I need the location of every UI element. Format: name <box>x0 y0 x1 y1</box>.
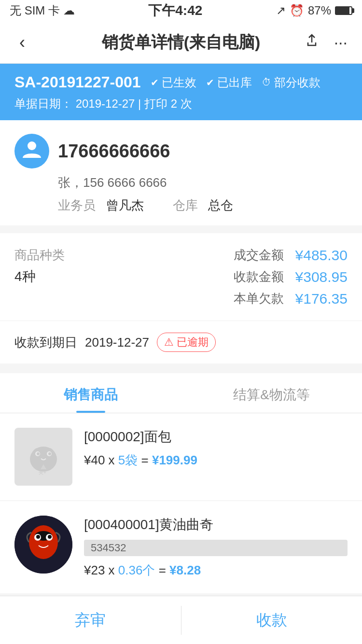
status-badge-active: ✔ 已生效 <box>151 75 196 90</box>
bottom-bar: 弃审 收款 <box>0 596 362 644</box>
svg-text:美+: 美+ <box>39 470 46 475</box>
status-time: 下午4:42 <box>148 1 202 20</box>
person-icon <box>22 139 42 164</box>
share-icon[interactable] <box>304 33 320 52</box>
due-section: 收款到期日 2019-12-27 ⚠ 已逾期 <box>0 321 362 364</box>
collected-label: 收款金额 <box>234 268 284 285</box>
product-thumb-2 <box>14 516 72 574</box>
check-icon-shipped: ✔ <box>206 77 214 88</box>
svg-point-0 <box>28 141 36 150</box>
product-info-2: [000400001]黄油曲奇 534532 ¥23 x 0.36个 = ¥8.… <box>84 516 348 579</box>
collected-amount: ¥308.95 <box>295 269 348 285</box>
clock-icon: ⏱ <box>262 77 271 88</box>
sales-label: 业务员 <box>58 198 96 212</box>
category-count: 4种 <box>14 267 65 286</box>
divider-1 <box>0 225 362 233</box>
product-card-1: 美+ [0000002]面包 ¥40 x 5袋 = ¥199.99 <box>0 413 362 500</box>
nav-actions: ··· <box>304 33 348 52</box>
confirm-button[interactable]: 收款 <box>181 596 362 644</box>
back-button[interactable]: ‹ <box>14 28 30 57</box>
order-date-row: 单据日期： 2019-12-27 | 打印 2 次 <box>14 96 348 112</box>
svg-point-11 <box>29 525 58 559</box>
deal-amount-label: 成交金额 <box>234 247 284 264</box>
order-id: SA-20191227-001 <box>14 73 141 91</box>
cancel-button[interactable]: 弃审 <box>0 596 181 644</box>
svg-point-7 <box>48 452 51 455</box>
product-price-2: ¥23 x 0.36个 = ¥8.28 <box>84 562 348 579</box>
battery-status: 87% <box>308 4 331 17</box>
deal-amount: ¥485.30 <box>295 247 348 264</box>
sales-name: 曾凡杰 <box>106 198 144 212</box>
tab-settlement[interactable]: 结算&物流等 <box>181 373 362 413</box>
sim-status: 无 SIM 卡 ☁ <box>10 3 75 18</box>
avatar <box>14 134 49 168</box>
due-date-label: 收款到期日 <box>14 334 77 351</box>
overdue-icon: ⚠ <box>164 336 174 349</box>
overdue-text: 已逾期 <box>177 335 209 350</box>
divider-2 <box>0 364 362 373</box>
customer-section: 17666666666 张，156 6666 6666 业务员 曾凡杰 仓库 总… <box>0 120 362 225</box>
svg-point-6 <box>37 452 40 455</box>
due-label: 本单欠款 <box>234 290 284 307</box>
warehouse-label: 仓库 <box>173 198 198 212</box>
page-title: 销货单详情(来自电脑) <box>102 31 261 54</box>
location-icon: ↗ <box>276 4 286 17</box>
due-date-value: 2019-12-27 <box>85 335 149 350</box>
battery-icon <box>335 6 352 15</box>
print-info: | 打印 2 次 <box>138 97 192 110</box>
products-section: 美+ [0000002]面包 ¥40 x 5袋 = ¥199.99 <box>0 413 362 593</box>
order-date: 2019-12-27 <box>76 97 135 110</box>
tabs-bar: 销售商品 结算&物流等 <box>0 373 362 413</box>
status-badge-partial: ⏱ 部分收款 <box>262 75 320 90</box>
category-label: 商品种类 <box>14 247 65 264</box>
product-thumb-1: 美+ <box>14 428 72 486</box>
check-icon-active: ✔ <box>151 77 159 88</box>
customer-meta: 业务员 曾凡杰 仓库 总仓 <box>58 197 348 214</box>
svg-point-15 <box>36 535 40 539</box>
customer-phone: 17666666666 <box>58 141 170 162</box>
date-label: 单据日期： <box>14 97 72 110</box>
warehouse-name: 总仓 <box>208 198 233 212</box>
status-right: ↗ ⏰ 87% <box>276 4 352 17</box>
product-name-1: [0000002]面包 <box>84 428 348 446</box>
status-left: 无 SIM 卡 ☁ <box>10 3 75 18</box>
status-bar: 无 SIM 卡 ☁ 下午4:42 ↗ ⏰ 87% <box>0 0 362 21</box>
product-info-1: [0000002]面包 ¥40 x 5袋 = ¥199.99 <box>84 428 348 469</box>
overdue-badge: ⚠ 已逾期 <box>157 333 216 352</box>
product-card-2: [000400001]黄油曲奇 534532 ¥23 x 0.36个 = ¥8.… <box>0 501 362 593</box>
summary-section: 商品种类 4种 成交金额 ¥485.30 收款金额 ¥308.95 本单欠款 ¥… <box>0 233 362 321</box>
product-tag-2: 534532 <box>84 540 348 556</box>
alarm-icon: ⏰ <box>290 4 304 17</box>
tab-sales-products[interactable]: 销售商品 <box>0 373 181 413</box>
more-icon[interactable]: ··· <box>334 33 348 52</box>
order-header: SA-20191227-001 ✔ 已生效 ✔ 已出库 ⏱ 部分收款 单据日期：… <box>0 64 362 120</box>
status-badge-shipped: ✔ 已出库 <box>206 75 252 90</box>
customer-name: 张，156 6666 6666 <box>58 174 348 191</box>
nav-bar: ‹ 销货单详情(来自电脑) ··· <box>0 21 362 64</box>
product-name-2: [000400001]黄油曲奇 <box>84 516 348 534</box>
svg-point-16 <box>48 535 52 539</box>
product-price-1: ¥40 x 5袋 = ¥199.99 <box>84 452 348 469</box>
due-amount: ¥176.35 <box>295 291 348 307</box>
